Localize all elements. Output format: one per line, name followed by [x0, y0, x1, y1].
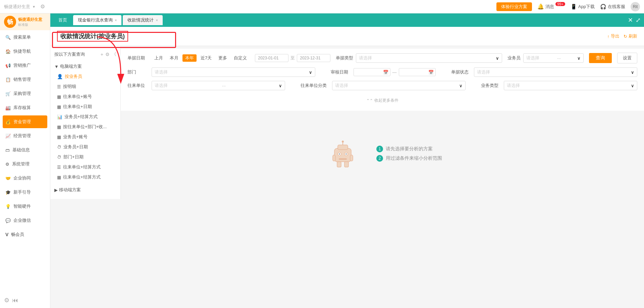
dept-arrow: ∨: [309, 70, 312, 75]
date-tab-more[interactable]: 更多: [216, 54, 230, 62]
salesman-label: 业务员: [507, 55, 521, 61]
online-service-item[interactable]: 🎧 在线客服: [600, 4, 625, 10]
cart-icon: 🛒: [5, 91, 11, 96]
collapse-panel-icon[interactable]: 《: [112, 51, 116, 57]
partner-arrow: ∨: [279, 83, 282, 88]
sidebar-item-member[interactable]: V 畅会员: [0, 227, 50, 242]
set-button[interactable]: 设置: [617, 53, 637, 63]
scheme-item-partner-date[interactable]: ▦ 往来单位+日期: [50, 102, 120, 112]
query-button[interactable]: 查询: [589, 53, 612, 63]
pc-section-header[interactable]: ▼ 电脑端方案: [50, 61, 120, 71]
calendar-start-icon[interactable]: 📅: [383, 70, 388, 75]
date-tab-thisyear[interactable]: 本年: [182, 54, 197, 62]
grid5-icon: ▦: [57, 175, 61, 180]
scheme-item-partner-method2[interactable]: ▦ 往来单位+结算方式: [50, 172, 120, 182]
scheme-item-partner-account[interactable]: ▦ 往来单位+账号: [50, 92, 120, 102]
sidebar-item-sales[interactable]: 📋 销售管理: [0, 72, 50, 87]
bell-icon: 🔔: [537, 3, 544, 10]
tab-collection[interactable]: 收款情况统计 ×: [123, 15, 162, 25]
partner-select[interactable]: 请选择 ··· ∨: [152, 81, 285, 90]
export-button[interactable]: ↑ 导出: [607, 33, 620, 39]
warehouse-icon: 🏭: [5, 105, 11, 110]
scheme-item-dept-date[interactable]: ⏱ 部门+日期: [50, 152, 120, 162]
scheme-item-salesman-method[interactable]: 📊 业务员+结算方式: [50, 112, 120, 122]
sidebar-item-system[interactable]: ⚙ 系统管理: [0, 157, 50, 171]
refresh-button[interactable]: ↻ 刷新: [624, 33, 637, 39]
sidebar-item-inventory[interactable]: 🏭 库存核算: [0, 101, 50, 115]
scheme-item-salesman[interactable]: 👤 按业务员: [50, 71, 120, 82]
partner-more-icon[interactable]: ···: [222, 83, 226, 88]
dept-select[interactable]: 请选择 ∨: [152, 67, 315, 77]
doc-type-select[interactable]: 请选择 ∨: [356, 53, 502, 63]
scheme-item-partner-dept[interactable]: ▦ 按往来单位+部门+收...: [50, 122, 120, 132]
clock2-icon: ⏱: [57, 155, 61, 160]
wechat-icon: 💬: [5, 218, 11, 223]
tab-home[interactable]: 首页: [54, 15, 72, 25]
version-badge: 标准版: [18, 22, 42, 27]
doc-status-select[interactable]: 请选择 ∨: [474, 67, 638, 77]
collapse-sidebar-icon[interactable]: ⏮: [12, 297, 18, 304]
date-end-input[interactable]: [297, 54, 330, 62]
tab-cashflow-close[interactable]: ×: [115, 18, 117, 22]
trial-button[interactable]: 体验行业方案: [496, 2, 532, 11]
tab-cashflow[interactable]: 现金银行流水查询 ×: [73, 15, 121, 25]
handshake-icon: 🤝: [5, 176, 11, 181]
biz-type-select[interactable]: 请选择 ∨: [504, 81, 637, 90]
partner-category-select[interactable]: 请选择 ∨: [332, 81, 466, 90]
sidebar-item-purchase[interactable]: 🛒 采购管理: [0, 87, 50, 101]
date-separator: 至: [290, 55, 295, 61]
close-window-icon[interactable]: ✕: [628, 16, 633, 24]
add-scheme-icon[interactable]: +: [101, 52, 103, 57]
sidebar-item-marketing[interactable]: 📢 营销推广: [0, 58, 50, 72]
empty-illustration: [323, 135, 363, 175]
user-avatar[interactable]: Rit: [631, 2, 640, 11]
sidebar-item-finance[interactable]: 💰 资金管理: [3, 115, 47, 128]
date-tab-lastmonth[interactable]: 上月: [152, 54, 166, 62]
hardware-icon: 💡: [5, 204, 11, 209]
calendar-end-icon[interactable]: 📅: [428, 70, 434, 75]
svg-point-4: [339, 153, 340, 155]
date-start-input[interactable]: [255, 54, 288, 62]
sidebar-item-search[interactable]: 🔍 搜索菜单: [0, 30, 50, 44]
service-icon: 🎧: [600, 4, 606, 10]
search-icon: 🔍: [5, 35, 11, 40]
settings-icon[interactable]: ⚙: [40, 3, 45, 10]
collapse-filter-button[interactable]: ⌃⌃ 收起更多条件: [127, 94, 637, 107]
date-tab-custom[interactable]: 自定义: [231, 54, 250, 62]
sidebar-item-quicknav[interactable]: 🏠 快捷导航: [0, 44, 50, 58]
settings-bottom-icon[interactable]: ⚙: [4, 297, 9, 304]
salesman-select[interactable]: 请选择 ··· ∨: [523, 53, 584, 63]
online-service-label: 在线客服: [608, 4, 625, 10]
sidebar-item-basic-info[interactable]: 🗃 基础信息: [0, 143, 50, 157]
scheme-item-salesman-account[interactable]: ▦ 业务员+账号: [50, 132, 120, 142]
database-icon: 🗃: [5, 148, 10, 153]
sidebar-item-hardware[interactable]: 💡 智能硬件: [0, 199, 50, 213]
scheme-item-detail[interactable]: ☰ 按明细: [50, 82, 120, 92]
sidebar-item-enterprise[interactable]: 🤝 企业协同: [0, 171, 50, 185]
expand-icon[interactable]: ⤢: [636, 16, 641, 24]
salesman-more-icon[interactable]: ···: [557, 56, 561, 61]
export-icon: ↑: [607, 34, 610, 39]
tab-collection-close[interactable]: ×: [156, 18, 158, 22]
bar-icon: 📊: [57, 114, 62, 119]
guide-icon: 🎓: [5, 190, 11, 195]
empty-instructions: 1 请先选择要分析的方案 2 用过滤条件来缩小分析范围: [376, 146, 442, 164]
scheme-item-partner-method1[interactable]: ☰ 往来单位+结算方式: [50, 162, 120, 172]
step2-text: 用过滤条件来缩小分析范围: [386, 155, 442, 161]
date-label: 单据日期: [127, 55, 146, 61]
sidebar-item-wechat[interactable]: 💬 企业微信: [0, 213, 50, 227]
grid2-icon: ▦: [57, 104, 61, 109]
svg-rect-10: [344, 162, 348, 167]
doc-type-arrow: ∨: [496, 56, 499, 61]
svg-rect-6: [339, 158, 347, 160]
date-tab-7days[interactable]: 近7天: [198, 54, 214, 62]
app-download-item[interactable]: 📱 App下载: [571, 4, 595, 10]
notification-item[interactable]: 🔔 消息 99+: [537, 3, 565, 10]
scheme-item-salesman-date[interactable]: ⏱ 业务员+日期: [50, 142, 120, 152]
chevron-down-icon[interactable]: ▾: [33, 4, 35, 9]
sidebar-item-guide[interactable]: 🎓 新手引导: [0, 185, 50, 199]
date-tab-thismonth[interactable]: 本月: [167, 54, 181, 62]
settings-scheme-icon[interactable]: ⚙: [105, 52, 110, 57]
sidebar-item-operations[interactable]: 📈 经营管理: [0, 129, 50, 143]
mobile-section-header[interactable]: ▶ 移动端方案: [50, 185, 120, 195]
